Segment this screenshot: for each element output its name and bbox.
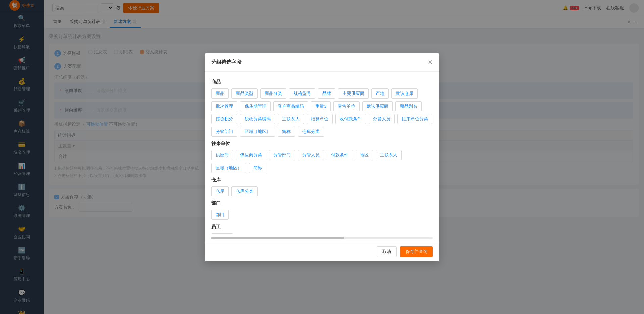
field-tag-1-6[interactable]: 主联系人 xyxy=(376,150,402,160)
field-tag-2-0[interactable]: 仓库 xyxy=(211,186,229,196)
field-tag-1-4[interactable]: 付款条件 xyxy=(327,150,353,160)
field-tag-1-1[interactable]: 供应商分类 xyxy=(236,150,266,160)
field-tag-1-3[interactable]: 分管人员 xyxy=(298,150,324,160)
section-label-0: 商品 xyxy=(211,79,433,85)
field-tag-0-2[interactable]: 商品分类 xyxy=(260,88,286,99)
modal-body: 商品商品商品类型商品分类规格型号品牌主要供应商产地默认仓库批次管理保质期管理客户… xyxy=(205,72,439,227)
field-tag-0-6[interactable]: 产地 xyxy=(371,88,389,99)
section-label-3: 部门 xyxy=(211,200,433,206)
field-tag-0-7[interactable]: 默认仓库 xyxy=(391,88,418,99)
field-tag-1-2[interactable]: 分管部门 xyxy=(269,150,295,160)
modal-overlay: 分组待选字段 ✕ 商品商品商品类型商品分类规格型号品牌主要供应商产地默认仓库批次… xyxy=(0,0,644,227)
modal-section-0: 商品商品商品类型商品分类规格型号品牌主要供应商产地默认仓库批次管理保质期管理客户… xyxy=(211,79,433,137)
field-tag-0-13[interactable]: 默认供应商 xyxy=(362,101,393,111)
field-group-2: 仓库仓库分类 xyxy=(211,186,433,196)
field-tag-0-25[interactable]: 仓库分类 xyxy=(298,127,324,137)
field-tag-0-20[interactable]: 分管人员 xyxy=(369,114,395,124)
modal-section-3: 部门部门 xyxy=(211,200,433,220)
field-tag-0-12[interactable]: 零售单位 xyxy=(333,101,360,111)
field-tag-3-0[interactable]: 部门 xyxy=(211,210,229,220)
field-tag-0-3[interactable]: 规格型号 xyxy=(289,88,315,99)
field-tag-0-5[interactable]: 主要供应商 xyxy=(338,88,369,99)
field-tag-0-22[interactable]: 分管部门 xyxy=(211,127,237,137)
section-label-1: 往来单位 xyxy=(211,141,433,147)
modal-header: 分组待选字段 ✕ xyxy=(205,53,439,72)
field-tag-0-15[interactable]: 拣货积分 xyxy=(211,114,237,124)
field-tag-2-1[interactable]: 仓库分类 xyxy=(231,186,258,196)
section-label-4: 员工 xyxy=(211,224,433,227)
field-tag-1-0[interactable]: 供应商 xyxy=(211,150,233,160)
field-tag-0-1[interactable]: 商品类型 xyxy=(231,88,258,99)
field-tag-0-24[interactable]: 简称 xyxy=(278,127,295,137)
field-tag-0-19[interactable]: 收付款条件 xyxy=(335,114,366,124)
field-tag-0-4[interactable]: 品牌 xyxy=(318,88,335,99)
modal-section-1: 往来单位供应商供应商分类分管部门分管人员付款条件地区主联系人区域（地区）简称 xyxy=(211,141,433,173)
field-tag-0-14[interactable]: 商品别名 xyxy=(395,101,422,111)
field-tag-0-21[interactable]: 往来单位分类 xyxy=(397,114,432,124)
section-label-2: 仓库 xyxy=(211,177,433,183)
modal-close-button[interactable]: ✕ xyxy=(428,59,433,66)
field-tag-0-11[interactable]: 重量3 xyxy=(311,101,331,111)
field-tag-0-16[interactable]: 税收分类编码 xyxy=(240,114,275,124)
field-tag-0-9[interactable]: 保质期管理 xyxy=(240,101,271,111)
field-tag-1-8[interactable]: 简称 xyxy=(249,163,266,173)
field-tag-0-0[interactable]: 商品 xyxy=(211,88,229,99)
field-group-3: 部门 xyxy=(211,210,433,220)
field-selection-modal: 分组待选字段 ✕ 商品商品商品类型商品分类规格型号品牌主要供应商产地默认仓库批次… xyxy=(205,53,439,227)
field-tag-0-18[interactable]: 结算单位 xyxy=(307,114,333,124)
modal-title: 分组待选字段 xyxy=(211,59,241,65)
field-tag-0-17[interactable]: 主联系人 xyxy=(278,114,304,124)
modal-section-2: 仓库仓库仓库分类 xyxy=(211,177,433,196)
field-tag-0-10[interactable]: 客户商品编码 xyxy=(273,101,308,111)
field-tag-0-8[interactable]: 批次管理 xyxy=(211,101,237,111)
field-tag-1-5[interactable]: 地区 xyxy=(356,150,373,160)
modal-section-4: 员工业务员 xyxy=(211,224,433,227)
field-group-0: 商品商品类型商品分类规格型号品牌主要供应商产地默认仓库批次管理保质期管理客户商品… xyxy=(211,88,433,137)
field-group-1: 供应商供应商分类分管部门分管人员付款条件地区主联系人区域（地区）简称 xyxy=(211,150,433,173)
field-tag-1-7[interactable]: 区域（地区） xyxy=(211,163,246,173)
field-tag-0-23[interactable]: 区域（地区） xyxy=(240,127,275,137)
